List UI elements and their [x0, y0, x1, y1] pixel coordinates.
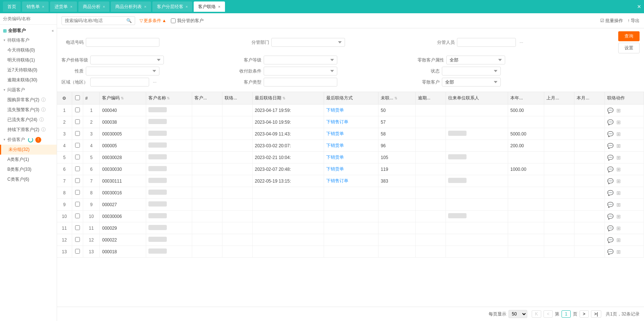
- price-level-select[interactable]: [90, 56, 164, 64]
- sidebar-item-7days-pending[interactable]: 近7天待联络(0): [0, 65, 57, 75]
- tab-product-analysis-list[interactable]: 商品分析列表 ×: [111, 1, 151, 12]
- next-page-button[interactable]: >: [580, 310, 589, 318]
- close-sales-tab[interactable]: ×: [42, 4, 44, 9]
- chat-icon[interactable]: 💬: [607, 131, 613, 137]
- tab-customer-contact[interactable]: 客户联络 ×: [194, 1, 225, 12]
- sidebar-item-today-pending[interactable]: 今天待联络(0): [0, 45, 57, 55]
- row-checkbox-3[interactable]: [75, 143, 80, 148]
- customer-level-select[interactable]: [264, 56, 337, 64]
- close-customer-contact-tab[interactable]: ×: [218, 4, 220, 9]
- sidebar-item-class-a[interactable]: A类客户(1): [0, 155, 57, 165]
- batch-op-button[interactable]: ☑ 批量操作: [600, 18, 623, 24]
- row-checkbox-4[interactable]: [75, 155, 80, 159]
- region-input[interactable]: [90, 78, 149, 87]
- row-checkbox-1[interactable]: [75, 119, 80, 124]
- tab-product-analysis[interactable]: 商品分析 ×: [78, 1, 109, 12]
- region-more-btn[interactable]: ···: [151, 80, 158, 85]
- apps-icon[interactable]: ⊞: [616, 225, 621, 231]
- refresh-icon[interactable]: [28, 137, 33, 142]
- chat-icon[interactable]: 💬: [607, 155, 613, 160]
- contact-type-link[interactable]: 下销货单: [326, 131, 344, 136]
- chat-icon[interactable]: 💬: [607, 119, 613, 125]
- select-all-checkbox[interactable]: [75, 95, 80, 100]
- query-button[interactable]: 查询: [618, 31, 640, 41]
- chat-icon[interactable]: 💬: [607, 143, 613, 149]
- person-more-btn[interactable]: ···: [518, 40, 525, 45]
- contact-type-link[interactable]: 下销货单: [326, 166, 344, 172]
- row-checkbox-11[interactable]: [75, 237, 80, 242]
- chat-icon[interactable]: 💬: [607, 166, 613, 172]
- sidebar-item-abnormal-purchase[interactable]: 囤购异常客户(2) ⓘ: [0, 95, 57, 105]
- th-no-contact[interactable]: 未联...: [379, 92, 416, 105]
- chat-icon[interactable]: 💬: [607, 225, 613, 231]
- th-last-contact-date[interactable]: 最后联络日期: [252, 92, 324, 105]
- row-checkbox-2[interactable]: [75, 131, 80, 136]
- row-checkbox-10[interactable]: [75, 225, 80, 230]
- apps-icon[interactable]: ⊞: [616, 214, 621, 219]
- sidebar-item-class-b[interactable]: B类客户(33): [0, 165, 57, 174]
- tab-home[interactable]: 首页: [3, 1, 21, 12]
- tab-customer-segment[interactable]: 客户分层经客 ×: [152, 1, 192, 12]
- customer-type-input[interactable]: [264, 78, 337, 87]
- retail-select[interactable]: 全部: [442, 78, 501, 87]
- last-page-button[interactable]: >|: [591, 310, 601, 318]
- payment-select[interactable]: [264, 67, 337, 75]
- contact-type-link[interactable]: 下销售订单: [326, 178, 348, 183]
- contact-type-link[interactable]: 下销货单: [326, 107, 344, 113]
- apps-icon[interactable]: ⊞: [616, 119, 621, 125]
- export-button[interactable]: ↑ 导出: [627, 18, 640, 24]
- apps-icon[interactable]: ⊞: [616, 237, 621, 243]
- chat-icon[interactable]: 💬: [607, 249, 613, 255]
- my-customers-check[interactable]: [171, 18, 176, 23]
- tab-purchase[interactable]: 进货单 ×: [50, 1, 77, 12]
- retail-attr-select[interactable]: 全部: [446, 56, 505, 64]
- chat-icon[interactable]: 💬: [607, 214, 613, 219]
- th-name[interactable]: 客户名称: [146, 92, 192, 105]
- contact-type-link[interactable]: 下销货单: [326, 143, 344, 148]
- apps-icon[interactable]: ⊞: [616, 107, 621, 113]
- person-input[interactable]: [457, 38, 516, 47]
- close-purchase-tab[interactable]: ×: [70, 4, 72, 9]
- phone-input[interactable]: [86, 38, 159, 47]
- row-checkbox-7[interactable]: [75, 190, 80, 195]
- sidebar-group-pending[interactable]: ▼ 待联络客户: [0, 35, 57, 45]
- more-conditions-button[interactable]: ▽ 更多条件 ▲: [140, 18, 166, 24]
- contact-type-link[interactable]: 下销售订单: [326, 119, 348, 124]
- sidebar-item-tomorrow-pending[interactable]: 明天待联络(1): [0, 55, 57, 65]
- th-code[interactable]: 客户编码: [100, 92, 146, 105]
- window-close-button[interactable]: ×: [637, 3, 641, 11]
- row-checkbox-9[interactable]: [75, 214, 80, 218]
- page-size-select[interactable]: 50 20 100: [508, 310, 527, 318]
- chat-icon[interactable]: 💬: [607, 107, 613, 113]
- search-icon[interactable]: 🔍: [126, 18, 132, 23]
- dept-select[interactable]: [271, 38, 345, 47]
- apps-icon[interactable]: ⊞: [616, 190, 621, 196]
- chat-icon[interactable]: 💬: [607, 237, 613, 243]
- my-customers-checkbox[interactable]: 我分管的客户: [171, 18, 204, 24]
- sidebar-group-problem[interactable]: ▼ 问题客户: [0, 85, 57, 95]
- sidebar-item-lost-customers[interactable]: 已流失客户(24) ⓘ: [0, 115, 57, 125]
- row-checkbox-12[interactable]: [75, 249, 80, 254]
- prev-page-button[interactable]: <: [543, 310, 553, 318]
- contact-type-link[interactable]: 下销货单: [326, 155, 344, 160]
- apps-icon[interactable]: ⊞: [616, 166, 621, 172]
- th-settings[interactable]: ⚙: [57, 92, 72, 105]
- row-checkbox-6[interactable]: [75, 178, 80, 183]
- chat-icon[interactable]: 💬: [607, 178, 613, 184]
- close-product-analysis-tab[interactable]: ×: [103, 4, 105, 9]
- chat-icon[interactable]: 💬: [607, 190, 613, 196]
- chat-icon[interactable]: 💬: [607, 202, 613, 208]
- apps-icon[interactable]: ⊞: [616, 178, 621, 184]
- first-page-button[interactable]: K: [532, 310, 541, 318]
- nature-select[interactable]: [86, 67, 159, 75]
- apps-icon[interactable]: ⊞: [616, 202, 621, 208]
- apps-icon[interactable]: ⊞: [616, 249, 621, 255]
- apps-icon[interactable]: ⊞: [616, 143, 621, 149]
- status-select[interactable]: [442, 67, 501, 75]
- sidebar-item-ungrouped[interactable]: 未分组(32): [0, 145, 57, 155]
- apps-icon[interactable]: ⊞: [616, 131, 621, 137]
- sidebar-item-loss-warning[interactable]: 流失预警客户(3) ⓘ: [0, 105, 57, 115]
- close-product-analysis-list-tab[interactable]: ×: [144, 4, 146, 9]
- sidebar-item-class-c[interactable]: C类客户(6): [0, 174, 57, 184]
- apps-icon[interactable]: ⊞: [616, 155, 621, 160]
